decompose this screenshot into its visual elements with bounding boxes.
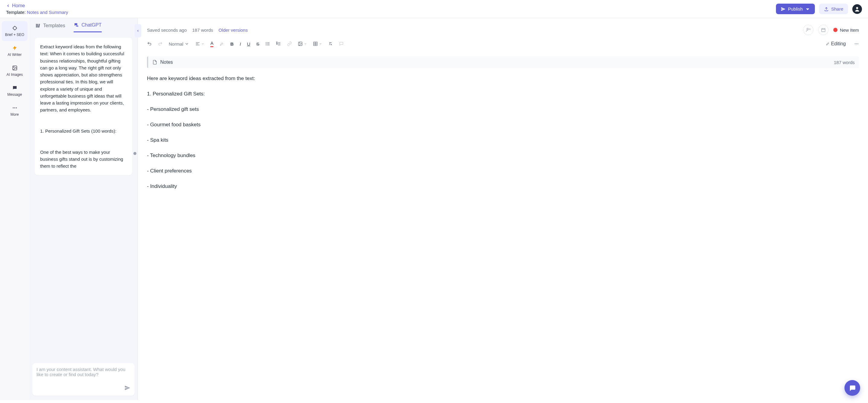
- svg-point-43: [856, 44, 857, 45]
- align-left-icon: [195, 41, 200, 46]
- nav-more[interactable]: More: [2, 101, 28, 121]
- top-left: Home Template: Notes and Summary: [6, 3, 68, 15]
- chevron-down-icon: [847, 44, 848, 44]
- undo-button[interactable]: [147, 41, 152, 46]
- table-icon: [313, 41, 318, 46]
- chevron-left-icon: [6, 4, 10, 8]
- template-prefix: Template:: [6, 10, 26, 15]
- editor-toolbar: Normal A B I U S 12 Editing: [147, 35, 859, 51]
- dots-icon: [12, 105, 18, 111]
- comment-icon: [339, 41, 344, 46]
- link-button[interactable]: [287, 41, 292, 46]
- text-color-button[interactable]: A: [210, 40, 213, 47]
- svg-rect-14: [38, 24, 40, 27]
- home-label: Home: [12, 3, 25, 8]
- word-count: 187 words: [192, 28, 213, 33]
- avatar[interactable]: [852, 4, 862, 14]
- strike-button[interactable]: S: [256, 41, 259, 47]
- chat-icon: [849, 384, 856, 392]
- chevron-down-icon: [805, 7, 810, 11]
- left-nav: Brief + SEO AI Writer AI Images Message …: [0, 18, 29, 400]
- chat-scroll[interactable]: Extract keyword ideas from the following…: [29, 32, 137, 363]
- svg-rect-18: [822, 28, 825, 32]
- svg-point-26: [266, 44, 266, 44]
- share-button[interactable]: Share: [819, 4, 848, 14]
- svg-point-9: [13, 108, 13, 109]
- align-dropdown[interactable]: [195, 41, 204, 46]
- bold-button[interactable]: B: [230, 41, 234, 47]
- image-dropdown[interactable]: [298, 41, 307, 46]
- notes-word-count: 187 words: [834, 60, 855, 65]
- top-bar: Home Template: Notes and Summary Publish…: [0, 0, 868, 18]
- chat-message: Extract keyword ideas from the following…: [35, 38, 132, 175]
- nav-ai-images[interactable]: AI Images: [2, 61, 28, 81]
- more-toolbar-button[interactable]: [854, 41, 859, 46]
- chevron-down-icon: [184, 41, 189, 46]
- template-line: Template: Notes and Summary: [6, 10, 68, 15]
- highlight-button[interactable]: [219, 41, 224, 46]
- template-name[interactable]: Notes and Summary: [27, 10, 68, 15]
- pencil-icon: [826, 42, 829, 45]
- clear-format-button[interactable]: [328, 41, 333, 46]
- scroll-thumb[interactable]: [133, 152, 136, 155]
- send-button[interactable]: [124, 385, 130, 392]
- svg-point-2: [13, 27, 16, 30]
- editor-status-line: Saved seconds ago 187 words Older versio…: [147, 25, 859, 35]
- chat-icon: [12, 85, 18, 91]
- calendar-icon: [821, 28, 826, 32]
- nav-brief-seo[interactable]: Brief + SEO: [2, 21, 28, 41]
- redo-button[interactable]: [158, 41, 163, 46]
- crosshair-icon: [12, 25, 18, 31]
- tab-label: ChatGPT: [82, 22, 102, 28]
- svg-point-1: [856, 7, 858, 9]
- italic-button[interactable]: I: [240, 41, 241, 47]
- document-content[interactable]: Here are keyword ideas extracted from th…: [147, 68, 859, 393]
- svg-point-8: [13, 67, 14, 67]
- saved-status: Saved seconds ago: [147, 28, 187, 33]
- svg-rect-12: [36, 24, 37, 28]
- editing-mode-dropdown[interactable]: Editing: [826, 41, 848, 47]
- tab-chatgpt[interactable]: ChatGPT: [74, 22, 102, 32]
- bullet-list-button[interactable]: [265, 41, 270, 46]
- nav-ai-writer[interactable]: AI Writer: [2, 41, 28, 61]
- status-right: New Item: [803, 25, 859, 35]
- highlighter-icon: [219, 41, 224, 46]
- dots-icon: [854, 41, 859, 46]
- nav-message[interactable]: Message: [2, 81, 28, 101]
- send-icon: [781, 7, 785, 11]
- nav-label: More: [10, 112, 19, 117]
- publish-button[interactable]: Publish: [776, 4, 815, 14]
- table-dropdown[interactable]: [313, 41, 322, 46]
- document-icon: [152, 60, 157, 65]
- older-versions-link[interactable]: Older versions: [218, 28, 248, 33]
- paragraph-style-dropdown[interactable]: Normal: [169, 41, 189, 47]
- ordered-list-button[interactable]: 12: [276, 41, 281, 46]
- link-icon: [287, 41, 292, 46]
- style-label: Normal: [169, 41, 183, 47]
- main: Brief + SEO AI Writer AI Images Message …: [0, 18, 868, 400]
- nav-label: Brief + SEO: [5, 33, 25, 37]
- underline-button[interactable]: U: [247, 41, 250, 47]
- undo-icon: [147, 41, 152, 46]
- chat-input: [32, 363, 134, 396]
- new-item-indicator[interactable]: New Item: [833, 28, 859, 33]
- svg-point-44: [858, 44, 858, 45]
- chat-textarea[interactable]: [36, 367, 130, 385]
- chat-bubbles-icon: [74, 22, 79, 28]
- home-link[interactable]: Home: [6, 3, 68, 8]
- schedule-button[interactable]: [818, 25, 829, 35]
- person-icon: [854, 6, 860, 12]
- chevron-down-icon: [304, 41, 307, 46]
- status-left: Saved seconds ago 187 words Older versio…: [147, 28, 248, 33]
- comment-button[interactable]: [339, 41, 344, 46]
- top-right: Publish Share: [776, 4, 862, 14]
- svg-point-15: [807, 28, 808, 30]
- svg-rect-13: [37, 24, 38, 28]
- tab-templates[interactable]: Templates: [35, 22, 65, 32]
- help-chat-fab[interactable]: [844, 380, 860, 396]
- add-user-button[interactable]: [803, 25, 813, 35]
- notes-header-block: Notes 187 words: [147, 57, 859, 68]
- chat-tabs: Templates ChatGPT: [29, 18, 137, 32]
- svg-point-37: [300, 42, 300, 43]
- red-dot-icon: [833, 28, 838, 32]
